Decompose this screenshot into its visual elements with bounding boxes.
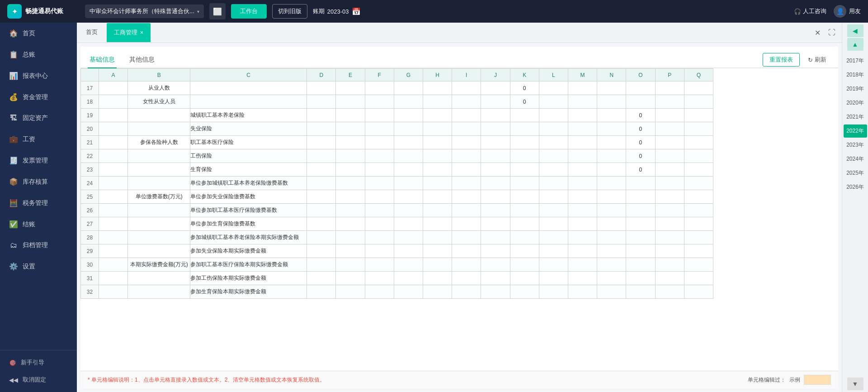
sidebar-unpin[interactable]: ◀◀ 取消固定 <box>0 371 77 388</box>
cell-a[interactable] <box>99 122 128 136</box>
cell-p[interactable] <box>655 136 684 149</box>
cell-i[interactable] <box>452 122 481 136</box>
cell-o[interactable]: 0 <box>626 163 655 177</box>
service-button[interactable]: 🎧 人工咨询 <box>794 7 826 15</box>
cell-j[interactable] <box>481 109 510 122</box>
cell-g[interactable] <box>394 285 423 299</box>
cell-m[interactable] <box>568 204 597 217</box>
cell-e[interactable] <box>336 136 365 149</box>
cell-e[interactable] <box>336 204 365 217</box>
cell-g[interactable] <box>394 81 423 95</box>
cell-d[interactable] <box>307 136 336 149</box>
cell-n[interactable] <box>597 177 626 190</box>
cell-o[interactable] <box>626 81 655 95</box>
cell-m[interactable] <box>568 258 597 272</box>
cell-j[interactable] <box>481 190 510 204</box>
cell-n[interactable] <box>597 272 626 285</box>
cell-c[interactable]: 职工基本医疗保险 <box>190 136 307 149</box>
cell-o[interactable]: 0 <box>626 109 655 122</box>
cell-q[interactable] <box>684 244 713 258</box>
cell-f[interactable] <box>365 190 394 204</box>
cell-h[interactable] <box>423 95 452 109</box>
year-item[interactable]: 2025年 <box>844 167 867 180</box>
cell-a[interactable] <box>99 177 128 190</box>
cell-h[interactable] <box>423 109 452 122</box>
cell-p[interactable] <box>655 177 684 190</box>
cell-c[interactable]: 参加失业保险本期实际缴费金额 <box>190 244 307 258</box>
cell-n[interactable] <box>597 231 626 244</box>
cell-q[interactable] <box>684 95 713 109</box>
sidebar-item-inventory[interactable]: 📦 库存核算 <box>0 171 77 192</box>
year-item[interactable]: 2021年 <box>844 110 867 124</box>
cell-c[interactable]: 单位参加生育保险缴费基数 <box>190 217 307 231</box>
sidebar-item-settings[interactable]: ⚙️ 设置 <box>0 256 77 277</box>
cell-o[interactable] <box>626 177 655 190</box>
cell-p[interactable] <box>655 258 684 272</box>
cell-o[interactable] <box>626 95 655 109</box>
cell-k[interactable] <box>510 272 539 285</box>
sidebar-item-salary[interactable]: 💼 工资 <box>0 129 77 150</box>
cell-h[interactable] <box>423 244 452 258</box>
copy-button[interactable]: ⬜ <box>209 3 226 19</box>
cell-j[interactable] <box>481 217 510 231</box>
cell-p[interactable] <box>655 204 684 217</box>
cell-i[interactable] <box>452 177 481 190</box>
cell-n[interactable] <box>597 136 626 149</box>
cell-e[interactable] <box>336 231 365 244</box>
cell-d[interactable] <box>307 95 336 109</box>
sidebar-item-reports[interactable]: 📊 报表中心 <box>0 65 77 86</box>
cell-a[interactable] <box>99 81 128 95</box>
tab-basic-info[interactable]: 基础信息 <box>88 52 117 68</box>
cell-d[interactable] <box>307 204 336 217</box>
cell-a[interactable] <box>99 109 128 122</box>
cell-m[interactable] <box>568 149 597 163</box>
cell-h[interactable] <box>423 190 452 204</box>
cell-j[interactable] <box>481 231 510 244</box>
sidebar-item-ledger[interactable]: 📋 总账 <box>0 44 77 65</box>
cell-m[interactable] <box>568 95 597 109</box>
cell-e[interactable] <box>336 272 365 285</box>
cell-d[interactable] <box>307 149 336 163</box>
cell-l[interactable] <box>539 285 568 299</box>
cell-k[interactable] <box>510 177 539 190</box>
cell-l[interactable] <box>539 204 568 217</box>
cell-q[interactable] <box>684 285 713 299</box>
cell-m[interactable] <box>568 231 597 244</box>
cell-a[interactable] <box>99 272 128 285</box>
cell-q[interactable] <box>684 149 713 163</box>
cell-a[interactable] <box>99 244 128 258</box>
cell-c[interactable]: 单位参加职工基本医疗保险缴费基数 <box>190 204 307 217</box>
cell-k[interactable] <box>510 217 539 231</box>
cell-l[interactable] <box>539 244 568 258</box>
cell-m[interactable] <box>568 122 597 136</box>
sidebar-item-invoice[interactable]: 🧾 发票管理 <box>0 150 77 171</box>
year-item[interactable]: 2019年 <box>844 82 867 96</box>
cell-p[interactable] <box>655 81 684 95</box>
cell-f[interactable] <box>365 204 394 217</box>
cell-i[interactable] <box>452 258 481 272</box>
cell-q[interactable] <box>684 177 713 190</box>
cell-m[interactable] <box>568 136 597 149</box>
cell-k[interactable] <box>510 285 539 299</box>
cell-n[interactable] <box>597 163 626 177</box>
cell-f[interactable] <box>365 177 394 190</box>
cell-p[interactable] <box>655 231 684 244</box>
cell-d[interactable] <box>307 217 336 231</box>
cell-c[interactable]: 单位参加失业保险缴费基数 <box>190 190 307 204</box>
cell-p[interactable] <box>655 122 684 136</box>
cell-j[interactable] <box>481 136 510 149</box>
year-item[interactable]: 2020年 <box>844 96 867 110</box>
cell-h[interactable] <box>423 217 452 231</box>
cell-b[interactable] <box>128 109 190 122</box>
cell-p[interactable] <box>655 244 684 258</box>
cell-o[interactable] <box>626 204 655 217</box>
cell-b[interactable]: 女性从业人员 <box>128 95 190 109</box>
cell-k[interactable] <box>510 244 539 258</box>
cell-f[interactable] <box>365 149 394 163</box>
sidebar-item-funds[interactable]: 💰 资金管理 <box>0 86 77 108</box>
cell-k[interactable] <box>510 136 539 149</box>
cell-n[interactable] <box>597 81 626 95</box>
cell-i[interactable] <box>452 149 481 163</box>
cell-a[interactable] <box>99 231 128 244</box>
tab-other-info[interactable]: 其他信息 <box>127 52 156 68</box>
